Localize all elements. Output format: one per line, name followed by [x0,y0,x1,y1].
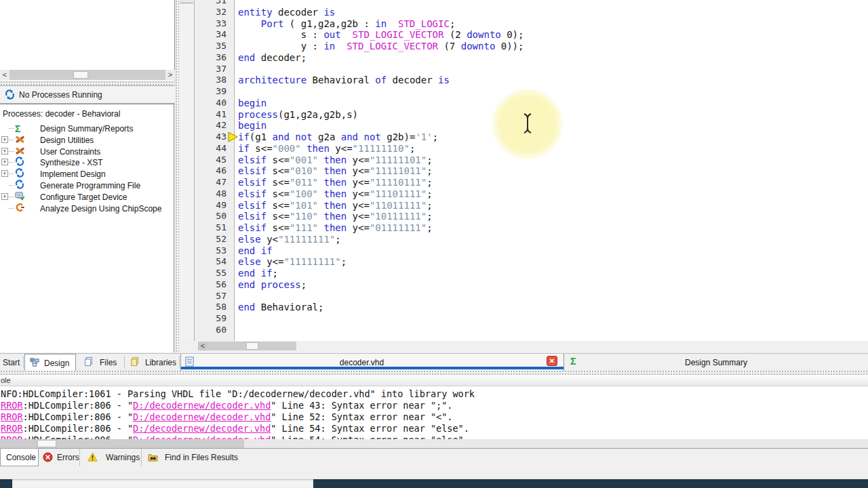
code-line-31[interactable] [238,0,524,7]
code-line-58[interactable]: end Behavioral; [238,302,524,313]
process-item-analyze-design-using-chipscope[interactable]: Analyze Design Using ChipScope [0,203,174,214]
panel-splitter[interactable] [0,370,868,375]
code-line-45[interactable]: elsif s<="001" then y<="11111101"; [238,155,524,166]
tab-separator [23,356,24,369]
tab-label: Start [3,358,20,367]
code-line-42[interactable]: begin [238,120,524,131]
device-icon [15,191,26,202]
current-line-marker-icon [228,131,239,145]
expand-plus-icon[interactable]: + [1,170,8,177]
tab-label: Console [6,453,36,462]
code-line-57[interactable] [238,291,524,302]
code-line-38[interactable]: architecture Behavioral of decoder is [238,75,524,86]
code-line-46[interactable]: elsif s<="010" then y<="11111011"; [238,165,524,177]
tab-find-in-files-results[interactable]: Find in Files Results [142,449,241,466]
scrollbar-thumb[interactable] [73,71,88,79]
code-line-40[interactable]: begin [238,98,524,109]
process-item-synthesize-xst[interactable]: +Synthesize - XST [0,157,174,168]
code-line-37[interactable] [238,64,524,75]
scroll-left-icon[interactable]: < [198,342,208,350]
hierarchy-pane: < > [0,0,175,81]
scroll-right-icon[interactable]: > [165,70,175,80]
line-number: 54 [195,256,234,268]
scrollbar-track[interactable] [0,439,244,448]
line-number: 53 [195,245,234,257]
code-line-43[interactable]: if(g1 and not g2a and not g2b)='1'; [238,131,524,143]
code-line-56[interactable]: end process; [238,279,524,291]
tab-design-summary[interactable]: Σ Design Summary [564,354,868,371]
process-item-implement-design[interactable]: +Implement Design [0,168,174,180]
hierarchy-hscrollbar[interactable]: < > [0,70,175,80]
tab-libraries[interactable]: Libraries [125,354,179,371]
design-icon [30,358,39,369]
process-item-user-constraints[interactable]: +User Constraints [0,146,174,157]
panel-splitter[interactable] [0,81,175,85]
scrollbar-thumb[interactable] [180,0,193,3]
expand-plus-icon[interactable]: + [1,193,8,200]
tab-files[interactable]: Files [77,354,123,371]
code-line-34[interactable]: s : out STD_LOGIC_VECTOR (2 downto 0); [238,29,524,41]
process-item-design-utilities[interactable]: +Design Utilities [0,134,174,146]
code-line-47[interactable]: elsif s<="011" then y<="11110111"; [238,177,524,188]
line-number: 42 [195,120,234,131]
scrollbar-thumb[interactable] [246,342,258,350]
console-hscrollbar[interactable] [0,439,868,448]
line-number: 36 [195,52,234,64]
expand-plus-icon[interactable]: + [1,136,8,143]
code-line-54[interactable]: else y<="11111111"; [238,256,524,268]
taskbar-segment[interactable] [12,479,313,488]
scrollbar-thumb[interactable] [37,440,56,447]
tree-connector [9,128,14,129]
editor-hscrollbar[interactable]: < [197,341,868,351]
console-line: NFO:HDLCompiler:1061 - Parsing VHDL file… [0,388,868,400]
editor-left-scrollbar[interactable] [179,0,195,341]
console-output[interactable]: NFO:HDLCompiler:1061 - Parsing VHDL file… [0,386,868,439]
code-line-33[interactable]: Port ( g1,g2a,g2b : in STD_LOGIC; [238,18,524,30]
refresh-icon [15,168,26,179]
code-line-32[interactable]: entity decoder is [238,7,524,18]
line-number: 60 [195,325,234,336]
line-number: 58 [195,302,234,313]
editor-line-number-gutter: 3132333435363738394041424344454647484950… [195,0,235,341]
line-number: 32 [195,7,234,18]
process-item-design-summary-reports[interactable]: ΣDesign Summary/Reports [0,123,174,134]
expand-plus-icon[interactable]: + [1,159,8,165]
line-number: 33 [195,18,234,30]
files-icon [84,357,94,369]
code-line-53[interactable]: end if [238,245,524,257]
line-number: 51 [195,222,234,234]
view-tabs-bar: Start Design Files Libraries decoder.vhd… [0,353,868,370]
code-line-49[interactable]: elsif s<="101" then y<="11011111"; [238,200,524,211]
code-line-48[interactable]: elsif s<="100" then y<="11101111"; [238,188,524,200]
line-number: 55 [195,268,234,279]
process-item-generate-programming-file[interactable]: Generate Programming File [0,180,174,191]
close-icon[interactable]: ✕ [547,356,557,366]
line-number: 34 [195,29,234,41]
code-line-41[interactable]: process(g1,g2a,g2b,s) [238,109,524,121]
line-number: 57 [195,291,234,302]
tab-errors[interactable]: Errors [39,449,80,466]
refresh-icon [5,89,15,102]
code-line-51[interactable]: elsif s<="111" then y<="01111111"; [238,222,524,234]
code-line-44[interactable]: if s<="000" then y<="11111110"; [238,143,524,155]
tab-warnings[interactable]: Warnings [81,449,142,466]
code-line-55[interactable]: end if; [238,268,524,279]
tab-design[interactable]: Design [24,354,76,371]
sigma-icon: Σ [15,123,26,134]
process-item-label: Generate Programming File [40,181,140,190]
code-line-50[interactable]: elsif s<="110" then y<="10111111"; [238,211,524,222]
tab-console[interactable]: Console [0,449,39,466]
code-line-60[interactable] [238,325,524,336]
code-line-39[interactable] [238,86,524,98]
process-item-configure-target-device[interactable]: +Configure Target Device [0,191,174,203]
tab-decoder-vhd[interactable]: decoder.vhd ✕ [180,354,563,371]
code-line-35[interactable]: y : in STD_LOGIC_VECTOR (7 downto 0)); [238,41,524,52]
expand-plus-icon[interactable]: + [1,148,8,155]
tab-label: decoder.vhd [181,358,542,367]
code-line-59[interactable] [238,313,524,325]
code-line-52[interactable]: else y<"11111111"; [238,234,524,245]
scroll-left-icon[interactable]: < [0,70,9,80]
tab-start[interactable]: Start [0,354,23,371]
code-editor[interactable]: entity decoder is Port ( g1,g2a,g2b : in… [235,0,868,341]
code-line-36[interactable]: end decoder; [238,52,524,64]
